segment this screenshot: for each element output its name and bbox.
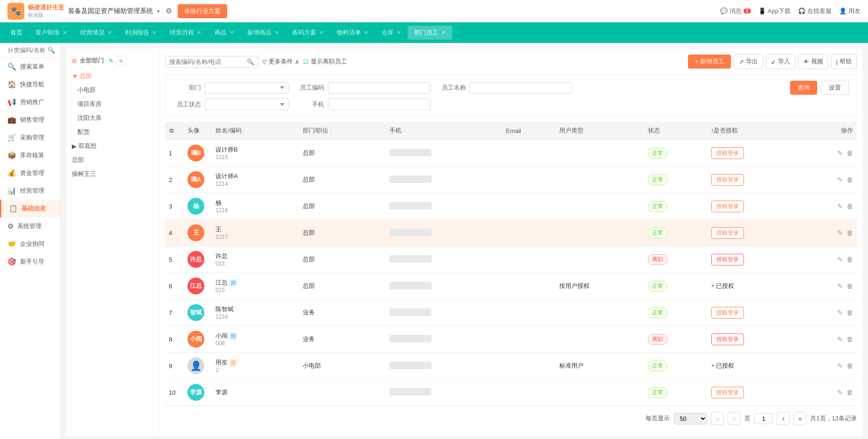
tab-warehouse[interactable]: 仓库 ✕ <box>375 26 408 40</box>
dept-collapse-btn[interactable]: « <box>117 56 126 65</box>
edit-icon[interactable]: ✎ <box>837 229 843 237</box>
system-dropdown-icon[interactable]: ▾ <box>157 7 160 15</box>
tab-bom[interactable]: 物料清单 ✕ <box>330 26 375 40</box>
edit-icon[interactable]: ✎ <box>837 309 843 316</box>
dept-tree-item-zongbu[interactable]: 总部 <box>66 153 159 167</box>
tab-customer-close[interactable]: ✕ <box>62 29 67 36</box>
dept-tree-item-xiaodian[interactable]: 小电部 <box>66 83 159 97</box>
sidebar-item-quicknav[interactable]: 🏠 快捷导航 <box>0 76 60 93</box>
sidebar-item-collab[interactable]: 🤝 企业协同 <box>0 235 60 253</box>
authorize-btn[interactable]: 授权登录 <box>711 201 744 212</box>
edit-icon[interactable]: ✎ <box>837 389 843 396</box>
dept-edit-icon[interactable]: ✎ <box>109 57 114 64</box>
edit-icon[interactable]: ✎ <box>837 202 843 210</box>
phone-filter-input[interactable] <box>328 98 431 110</box>
delete-icon[interactable]: 🗑 <box>847 202 853 210</box>
authorize-btn[interactable]: 授权登录 <box>711 254 744 265</box>
first-page-btn[interactable] <box>711 412 724 425</box>
emp-name-filter-input[interactable] <box>470 82 572 94</box>
more-filter-btn[interactable]: ▽ 更多条件 ∧ <box>262 57 299 66</box>
authorized-info-icon[interactable]: ℹ <box>711 127 714 134</box>
import-button[interactable]: ↙ 导入 <box>766 54 795 69</box>
tab-customer[interactable]: 客户联络 ✕ <box>29 26 74 40</box>
tab-employees-close[interactable]: ✕ <box>441 29 446 36</box>
app-download-btn[interactable]: 📱 App下载 <box>758 7 791 15</box>
authorize-btn[interactable]: 授权登录 <box>711 307 744 319</box>
search-input[interactable] <box>169 58 244 65</box>
sidebar-item-finance[interactable]: 💰 资金管理 <box>0 164 60 182</box>
tab-add-goods[interactable]: 新增商品 ✕ <box>241 26 285 40</box>
tab-profit-close[interactable]: ✕ <box>152 29 157 36</box>
tab-employees[interactable]: 部门员工 ✕ <box>408 26 452 40</box>
th-phone[interactable]: 手机 <box>386 122 502 140</box>
user-btn[interactable]: 👤 用友 <box>839 7 861 15</box>
authorize-btn[interactable]: 授权登录 <box>711 174 744 186</box>
show-resigned-toggle[interactable]: ☑ 显示离职员工 <box>303 57 347 66</box>
tab-history[interactable]: 经营历程 ✕ <box>163 26 208 40</box>
dept-tree-item-shuangdi[interactable]: ▶ 双底想 <box>66 139 159 153</box>
sidebar-item-inventory[interactable]: 📦 库存核算 <box>0 146 60 164</box>
th-name[interactable]: 姓名/编码 <box>212 122 299 140</box>
last-page-btn[interactable] <box>793 412 806 425</box>
tab-add-goods-close[interactable]: ✕ <box>274 29 279 36</box>
page-input[interactable] <box>754 413 773 424</box>
delete-icon[interactable]: 🗑 <box>847 176 853 183</box>
reset-button[interactable]: 设置 <box>821 81 849 95</box>
tab-operations-close[interactable]: ✕ <box>107 29 112 36</box>
sidebar-item-guide[interactable]: 🎯 新手引导 <box>0 253 60 271</box>
help-button[interactable]: | 帮助 <box>831 54 857 69</box>
settings-gear-icon[interactable]: ⚙ <box>164 5 174 17</box>
edit-icon[interactable]: ✎ <box>837 149 843 157</box>
sidebar-search-icon[interactable]: 🔍 <box>48 47 55 54</box>
edit-icon[interactable]: ✎ <box>837 282 843 290</box>
export-button[interactable]: ↗ 导出 <box>734 54 763 69</box>
delete-icon[interactable]: 🗑 <box>847 229 853 237</box>
tab-goods[interactable]: 商品 ✕ <box>208 26 241 40</box>
emp-status-filter-select[interactable] <box>205 98 289 110</box>
dept-tree-item-shenyang[interactable]: 沈阳大库 <box>66 111 159 125</box>
prev-page-btn[interactable] <box>728 412 741 425</box>
dept-tree-root[interactable]: ▼ 总部 <box>66 69 159 83</box>
edit-icon[interactable]: ✎ <box>837 256 843 263</box>
dept-filter-select[interactable] <box>205 82 289 94</box>
dept-tree-item-chushu[interactable]: 插树王三 <box>66 167 159 181</box>
dept-tree-item-peihuo[interactable]: 配货 <box>66 125 159 139</box>
sidebar-item-search[interactable]: 🔍 搜索菜单 <box>0 58 60 76</box>
authorize-btn[interactable]: 授权登录 <box>711 147 744 159</box>
tab-history-close[interactable]: ✕ <box>197 29 201 36</box>
authorize-btn[interactable]: 授权登录 <box>711 387 744 398</box>
tab-home[interactable]: 首页 <box>4 26 29 40</box>
tab-barcode-close[interactable]: ✕ <box>319 29 324 36</box>
delete-icon[interactable]: 🗑 <box>847 149 853 157</box>
sidebar-item-purchase[interactable]: 🛒 采购管理 <box>0 129 60 146</box>
delete-icon[interactable]: 🗑 <box>847 282 853 290</box>
authorize-btn[interactable]: 授权登录 <box>711 227 744 239</box>
delete-icon[interactable]: 🗑 <box>847 362 853 369</box>
sidebar-item-marketing[interactable]: 📢 营销推广 <box>0 93 60 111</box>
trial-button[interactable]: 体验行业方案 <box>178 4 227 18</box>
edit-icon[interactable]: ✎ <box>837 335 843 343</box>
th-dept[interactable]: 部门/职位 <box>299 122 386 140</box>
delete-icon[interactable]: 🗑 <box>847 309 853 316</box>
sidebar-search-input[interactable] <box>7 47 45 54</box>
message-btn[interactable]: 💬 消息 5 <box>720 7 751 15</box>
page-size-select[interactable]: 50 100 <box>674 413 707 425</box>
delete-icon[interactable]: 🗑 <box>847 389 853 396</box>
edit-icon[interactable]: ✎ <box>837 176 843 183</box>
delete-icon[interactable]: 🗑 <box>847 335 853 343</box>
search-button[interactable]: 查询 <box>790 81 817 95</box>
add-employee-button[interactable]: + 新增员工 <box>688 55 730 69</box>
tab-bom-close[interactable]: ✕ <box>364 29 368 36</box>
sidebar-item-basic[interactable]: 📋 基础信息 <box>0 200 60 217</box>
tab-warehouse-close[interactable]: ✕ <box>396 29 401 36</box>
next-page-btn[interactable] <box>777 412 790 425</box>
emp-code-filter-input[interactable] <box>328 82 431 94</box>
sidebar-item-sales[interactable]: 💼 销售管理 <box>0 111 60 129</box>
tab-profit[interactable]: 利润报告 ✕ <box>118 26 163 40</box>
edit-icon[interactable]: ✎ <box>837 362 843 369</box>
authorize-btn[interactable]: 授权登录 <box>711 334 744 345</box>
view-button[interactable]: 👁 视频 <box>798 54 828 69</box>
th-settings[interactable]: ⚙ <box>165 122 184 140</box>
tab-operations[interactable]: 经营情况 ✕ <box>74 26 118 40</box>
sidebar-item-system[interactable]: ⚙ 系统管理 <box>0 217 60 235</box>
